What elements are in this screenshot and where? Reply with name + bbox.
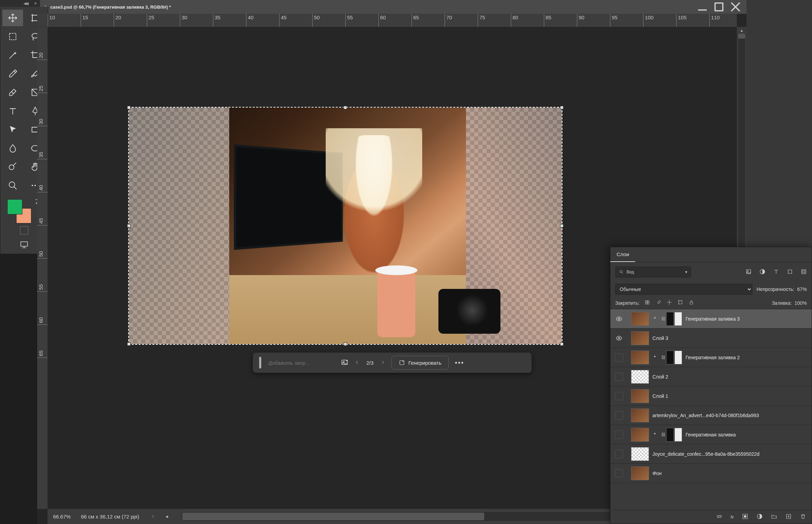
mask-thumbnail[interactable]: [666, 428, 674, 442]
prev-variation-button[interactable]: [355, 360, 359, 366]
link-layers-icon[interactable]: [716, 513, 722, 521]
mask-thumbnail[interactable]: [674, 351, 682, 364]
mask-thumbnail[interactable]: [674, 428, 682, 442]
close-window-button[interactable]: [729, 2, 742, 12]
filter-pixel-icon[interactable]: [745, 269, 752, 276]
visibility-toggle[interactable]: [610, 469, 628, 477]
lock-artboard-icon[interactable]: [678, 300, 683, 306]
layer-row[interactable]: Фон: [610, 464, 812, 483]
visibility-toggle[interactable]: [610, 450, 628, 458]
layer-name[interactable]: Фон: [652, 471, 808, 476]
type-tool[interactable]: [2, 103, 23, 119]
ruler-origin[interactable]: [37, 14, 48, 27]
layer-row[interactable]: Слой 3: [610, 329, 812, 348]
hscroll-left-icon[interactable]: ◂: [165, 513, 168, 520]
prompt-input[interactable]: [267, 360, 335, 366]
canvas[interactable]: [129, 108, 562, 344]
scroll-up-icon[interactable]: ▴: [737, 27, 747, 34]
ruler-vertical[interactable]: 20253035404550556065: [37, 27, 48, 509]
magic-wand-tool[interactable]: [2, 47, 23, 63]
opacity-value[interactable]: 67%: [797, 286, 807, 292]
maximize-button[interactable]: [713, 2, 725, 12]
layer-row[interactable]: ⛓Генеративная заливка 2: [610, 348, 812, 367]
layer-thumbnail[interactable]: [631, 331, 649, 345]
eyedropper-tool[interactable]: [2, 66, 23, 82]
generate-button[interactable]: Генерировать: [392, 356, 449, 370]
collapse-arrows-icon[interactable]: ◀◀: [23, 1, 28, 6]
image-prompt-icon[interactable]: [341, 359, 348, 367]
layer-thumbnail[interactable]: [631, 312, 649, 326]
layer-name[interactable]: Слой 1: [652, 393, 808, 399]
mask-link-icon[interactable]: ⛓: [661, 355, 666, 360]
layer-thumbnail[interactable]: [631, 370, 649, 384]
layer-row[interactable]: artemkrylov_An_advert...e40-b74d-080f1b6…: [610, 406, 812, 425]
layer-name[interactable]: Слой 3: [652, 335, 808, 341]
layer-name[interactable]: Joyce_delicate_confec...95e-8a0a-8be3559…: [652, 451, 808, 457]
add-mask-icon[interactable]: [742, 513, 748, 521]
visibility-toggle[interactable]: [610, 353, 628, 362]
tab-layers[interactable]: Слои: [610, 247, 635, 262]
visibility-toggle[interactable]: [610, 335, 628, 342]
contextual-taskbar[interactable]: 2/3 Генерировать •••: [253, 352, 532, 373]
new-adjustment-icon[interactable]: [757, 513, 763, 521]
filter-smartobject-icon[interactable]: [801, 269, 807, 276]
visibility-toggle[interactable]: [610, 373, 628, 381]
layer-thumbnail[interactable]: [631, 351, 649, 364]
blur-tool[interactable]: [2, 140, 23, 157]
foreground-color-swatch[interactable]: [7, 199, 22, 214]
fill-value[interactable]: 100%: [794, 300, 807, 306]
delete-layer-icon[interactable]: [800, 513, 806, 521]
zoom-tool[interactable]: [2, 177, 23, 194]
mask-thumbnail[interactable]: [674, 312, 682, 326]
layer-thumbnail[interactable]: [631, 428, 649, 442]
visibility-toggle[interactable]: [610, 315, 628, 322]
mask-thumbnail[interactable]: [666, 312, 674, 326]
taskbar-drag-handle[interactable]: [259, 357, 261, 369]
layer-thumbnail[interactable]: [631, 466, 649, 480]
minimize-button[interactable]: [696, 2, 709, 12]
eraser-tool[interactable]: [2, 84, 23, 101]
scroll-thumb[interactable]: [738, 34, 745, 39]
dodge-tool[interactable]: [2, 159, 23, 175]
layer-fx-icon[interactable]: fx: [731, 515, 734, 520]
ruler-horizontal[interactable]: 1015202530354045505560657075808590951001…: [48, 14, 737, 27]
filter-adjustment-icon[interactable]: [759, 269, 765, 276]
visibility-toggle[interactable]: [610, 411, 628, 420]
lock-brush-icon[interactable]: [656, 300, 661, 306]
close-icon[interactable]: ✕: [34, 1, 37, 6]
layer-name[interactable]: Слой 2: [652, 374, 808, 380]
filter-shape-icon[interactable]: [787, 269, 793, 276]
layer-row[interactable]: Joyce_delicate_confec...95e-8a0a-8be3559…: [610, 444, 812, 464]
layer-thumbnail[interactable]: [631, 409, 649, 422]
layer-mask-set[interactable]: ⛓: [661, 428, 682, 442]
path-selection-tool[interactable]: [2, 121, 23, 138]
layer-row[interactable]: ⛓Генеративная заливка 3: [610, 309, 812, 329]
layer-mask-set[interactable]: ⛓: [661, 312, 682, 326]
visibility-toggle[interactable]: [610, 431, 628, 439]
layer-name[interactable]: Генеративная заливка: [686, 432, 808, 437]
mask-link-icon[interactable]: ⛓: [661, 316, 666, 321]
zoom-level[interactable]: 66.67%: [53, 514, 71, 520]
document-dimensions[interactable]: 66 см x 36,12 см (72 ppi): [81, 514, 139, 520]
layer-name[interactable]: Генеративная заливка 3: [686, 316, 808, 322]
layer-row[interactable]: ⛓Генеративная заливка: [610, 425, 812, 444]
layer-thumbnail[interactable]: [631, 447, 649, 461]
layer-thumbnail[interactable]: [631, 389, 649, 403]
layer-row[interactable]: Слой 1: [610, 386, 812, 406]
status-more-icon[interactable]: [151, 514, 155, 520]
new-group-icon[interactable]: [771, 513, 777, 521]
lock-all-icon[interactable]: [689, 300, 694, 306]
layer-name[interactable]: artemkrylov_An_advert...e40-b74d-080f1b6…: [652, 413, 808, 418]
layer-row[interactable]: Слой 2: [610, 367, 812, 386]
lock-position-icon[interactable]: [667, 300, 672, 306]
lock-pixels-icon[interactable]: [644, 300, 650, 306]
filter-type-icon[interactable]: [773, 269, 779, 276]
layer-mask-set[interactable]: ⛓: [661, 351, 682, 364]
standard-mode-icon[interactable]: [20, 226, 28, 234]
move-tool[interactable]: [2, 10, 23, 26]
next-variation-button[interactable]: [380, 360, 385, 366]
blend-mode-select[interactable]: Обычные: [615, 284, 752, 295]
scroll-thumb[interactable]: [182, 513, 484, 520]
marquee-tool[interactable]: [2, 28, 23, 45]
visibility-toggle[interactable]: [610, 392, 628, 400]
